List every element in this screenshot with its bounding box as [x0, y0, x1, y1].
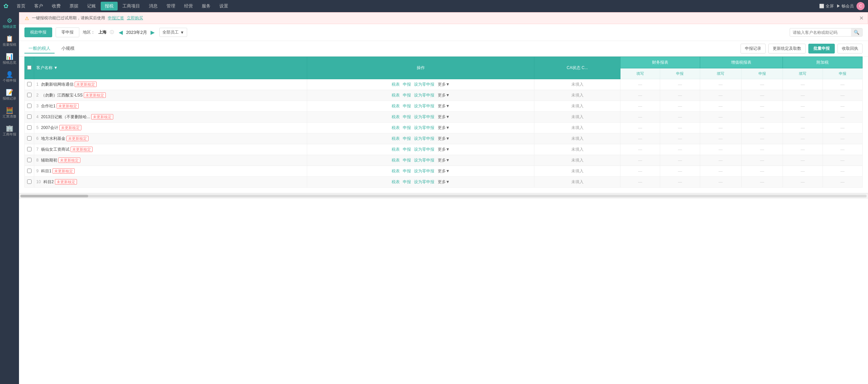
op-declare[interactable]: 申报 — [403, 158, 411, 163]
op-declare[interactable]: 申报 — [403, 114, 411, 119]
op-more[interactable]: 更多▼ — [438, 179, 450, 184]
search-button[interactable]: 🔍 — [851, 28, 862, 36]
customer-name-cell: 8 辅助期初 未更新核定 — [34, 155, 307, 166]
row-checkbox[interactable] — [27, 136, 32, 141]
op-set-zero[interactable]: 设为零申报 — [414, 104, 434, 108]
tab-general-taxpayer[interactable]: 一般的税人 — [24, 44, 55, 54]
op-declare[interactable]: 申报 — [403, 93, 411, 98]
nav-home[interactable]: 首页 — [13, 2, 29, 10]
row-checkbox[interactable] — [27, 104, 32, 108]
row-checkbox[interactable] — [27, 82, 32, 86]
ca-status-cell: 未填入 — [534, 144, 620, 155]
sidebar-item-piliangbaoshui[interactable]: 📋 批量报税 — [0, 33, 19, 49]
op-more[interactable]: 更多▼ — [438, 82, 450, 87]
vat-declare: — — [741, 90, 783, 101]
nav-operation[interactable]: 经营 — [180, 2, 197, 10]
nav-business[interactable]: 工商项目 — [118, 2, 144, 10]
date-next-button[interactable]: ▶ — [149, 28, 156, 36]
row-checkbox[interactable] — [27, 147, 32, 151]
nav-bookkeeping[interactable]: 记账 — [83, 2, 100, 10]
row-checkbox[interactable] — [27, 114, 32, 119]
date-prev-button[interactable]: ◀ — [117, 28, 124, 36]
op-tax-form[interactable]: 税表 — [392, 104, 400, 108]
op-set-zero[interactable]: 设为零申报 — [414, 179, 434, 184]
op-tax-form[interactable]: 税表 — [392, 136, 400, 141]
sidebar-item-baoshuizonglan[interactable]: 📊 报税总览 — [0, 51, 19, 67]
nav-service[interactable]: 服务 — [198, 2, 215, 10]
op-more[interactable]: 更多▼ — [438, 114, 450, 119]
op-tax-form[interactable]: 税表 — [392, 93, 400, 98]
sidebar-item-jisuanqingchu[interactable]: 🧮 汇算清缴 — [0, 105, 19, 121]
op-tax-form[interactable]: 税表 — [392, 125, 400, 130]
financial-declare: — — [660, 101, 700, 112]
row-checkbox[interactable] — [27, 125, 32, 130]
row-checkbox[interactable] — [27, 179, 32, 184]
op-declare[interactable]: 申报 — [403, 104, 411, 108]
addtax-declare: — — [823, 79, 862, 90]
op-more[interactable]: 更多▼ — [438, 136, 450, 141]
op-declare[interactable]: 申报 — [403, 169, 411, 173]
nav-customer[interactable]: 客户 — [30, 2, 47, 10]
user-avatar[interactable]: C — [856, 2, 865, 10]
nav-invoice[interactable]: 票据 — [65, 2, 82, 10]
op-tax-form[interactable]: 税表 — [392, 179, 400, 184]
scroll-track[interactable] — [20, 195, 867, 197]
op-set-zero[interactable]: 设为零申报 — [414, 169, 434, 173]
banner-close-button[interactable]: ✕ — [859, 15, 864, 21]
nav-message[interactable]: 消息 — [145, 2, 162, 10]
op-declare[interactable]: 申报 — [403, 136, 411, 141]
op-set-zero[interactable]: 设为零申报 — [414, 125, 434, 130]
scroll-thumb[interactable] — [20, 195, 88, 197]
sidebar-item-geshenshenabao[interactable]: 👤 个税申报 — [0, 69, 19, 85]
op-more[interactable]: 更多▼ — [438, 147, 450, 152]
op-more[interactable]: 更多▼ — [438, 158, 450, 163]
tab-zero-declaration[interactable]: 零申报 — [56, 27, 79, 37]
tab-small-scale[interactable]: 小规模 — [57, 44, 79, 54]
scroll-bar-area — [19, 193, 868, 199]
op-declare[interactable]: 申报 — [403, 147, 411, 152]
op-set-zero[interactable]: 设为零申报 — [414, 93, 434, 98]
op-tax-form[interactable]: 税表 — [392, 114, 400, 119]
tab-tax-declaration[interactable]: 税款申报 — [24, 27, 52, 37]
logo[interactable]: ✿ — [3, 2, 8, 10]
info-icon[interactable]: ⓘ — [110, 29, 114, 35]
search-input[interactable] — [790, 29, 851, 36]
op-set-zero[interactable]: 设为零申报 — [414, 114, 434, 119]
op-tax-form[interactable]: 税表 — [392, 169, 400, 173]
staff-select[interactable]: 全部员工 ▼ — [159, 28, 187, 37]
btn-update-fetch[interactable]: 更新统定及取数 — [768, 44, 806, 54]
op-declare[interactable]: 申报 — [403, 125, 411, 130]
op-more[interactable]: 更多▼ — [438, 104, 450, 108]
op-more[interactable]: 更多▼ — [438, 125, 450, 130]
op-set-zero[interactable]: 设为零申报 — [414, 147, 434, 152]
financial-fill: — — [620, 177, 660, 188]
op-declare[interactable]: 申报 — [403, 82, 411, 87]
sidebar-item-gongshangnianbao[interactable]: 🏢 工商年报 — [0, 123, 19, 139]
row-checkbox[interactable] — [27, 158, 32, 162]
fullscreen-btn[interactable]: ⬜ 全屏 — [819, 3, 833, 9]
op-set-zero[interactable]: 设为零申报 — [414, 82, 434, 87]
row-checkbox[interactable] — [27, 169, 32, 173]
nav-settings[interactable]: 设置 — [215, 2, 232, 10]
op-more[interactable]: 更多▼ — [438, 93, 450, 98]
op-tax-form[interactable]: 税表 — [392, 158, 400, 163]
nav-tax[interactable]: 报税 — [101, 2, 118, 10]
member-btn[interactable]: ▶ 畅会员 — [836, 3, 854, 9]
op-set-zero[interactable]: 设为零申报 — [414, 136, 434, 141]
op-tax-form[interactable]: 税表 — [392, 147, 400, 152]
btn-declare-record[interactable]: 申报记录 — [741, 44, 766, 54]
op-set-zero[interactable]: 设为零申报 — [414, 158, 434, 163]
op-declare[interactable]: 申报 — [403, 179, 411, 184]
sidebar-item-baoshuijilu[interactable]: 📝 报税记录 — [0, 87, 19, 103]
select-all-checkbox[interactable] — [27, 65, 32, 70]
banner-link1[interactable]: 申报汇签 — [108, 15, 124, 21]
nav-fee[interactable]: 收费 — [48, 2, 65, 10]
btn-retrieve-receipt[interactable]: 收取回执 — [837, 44, 863, 54]
btn-batch-declare[interactable]: 批量申报 — [808, 44, 835, 54]
op-tax-form[interactable]: 税表 — [392, 82, 400, 87]
banner-link2[interactable]: 立即购买 — [127, 15, 143, 21]
sidebar-item-baoshuishezhi[interactable]: ⚙ 报税设置 — [0, 15, 19, 31]
op-more[interactable]: 更多▼ — [438, 169, 450, 173]
nav-manage[interactable]: 管理 — [162, 2, 179, 10]
row-checkbox[interactable] — [27, 93, 32, 97]
